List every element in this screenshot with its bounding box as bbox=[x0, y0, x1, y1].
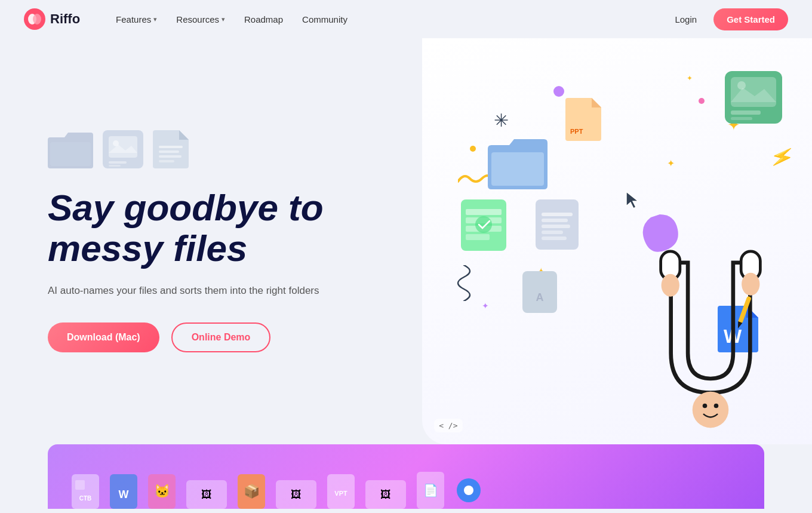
strip-file-4: VPT bbox=[327, 474, 355, 509]
magnet-character-illustration bbox=[633, 217, 788, 432]
navigation: Riffo Features ▾ Resources ▾ Roadmap Com… bbox=[0, 0, 812, 38]
svg-text:🖼: 🖼 bbox=[201, 489, 212, 500]
svg-rect-20 bbox=[731, 117, 752, 120]
acrobat-icon: A bbox=[522, 271, 557, 315]
svg-rect-8 bbox=[109, 165, 121, 167]
strip-box-1: 📦 bbox=[238, 474, 265, 509]
hero-left: Say goodbye to messy files AI auto-names… bbox=[0, 38, 422, 444]
logo-link[interactable]: Riffo bbox=[24, 8, 80, 30]
grey-doc-icon bbox=[536, 199, 579, 252]
nav-roadmap[interactable]: Roadmap bbox=[237, 10, 290, 29]
strip-icons-row: CTB W 🐱 🖼 📦 🖼 bbox=[48, 444, 764, 509]
svg-point-2 bbox=[33, 14, 41, 24]
app-preview-strip: CTB W 🐱 🖼 📦 🖼 bbox=[48, 444, 764, 509]
svg-text:🐱: 🐱 bbox=[154, 483, 171, 499]
svg-rect-45 bbox=[72, 474, 99, 509]
strip-file-5: 📄 bbox=[417, 472, 444, 509]
svg-rect-16 bbox=[731, 77, 776, 107]
nav-right: Login Get Started bbox=[668, 8, 788, 30]
svg-rect-30 bbox=[542, 225, 570, 228]
sparkle-icon-2: ✦ bbox=[667, 158, 675, 169]
online-demo-button[interactable]: Online Demo bbox=[171, 322, 271, 352]
strip-file-1: CTB bbox=[72, 474, 99, 509]
svg-point-26 bbox=[475, 216, 492, 233]
doc-file-icon bbox=[153, 130, 189, 168]
hero-illustration: ✦ ✦ ✦ ✦ ✦ ✳ ⚡ bbox=[422, 38, 812, 444]
nav-links: Features ▾ Resources ▾ Roadmap Community bbox=[109, 10, 668, 29]
svg-rect-25 bbox=[466, 234, 490, 240]
green-image-icon bbox=[725, 71, 782, 126]
asterisk-icon: ✳ bbox=[494, 110, 509, 131]
svg-text:🖼: 🖼 bbox=[291, 489, 302, 500]
svg-text:📄: 📄 bbox=[423, 483, 438, 497]
svg-text:CTB: CTB bbox=[79, 495, 92, 502]
svg-rect-11 bbox=[159, 155, 182, 158]
svg-point-44 bbox=[714, 404, 719, 408]
svg-text:W: W bbox=[119, 489, 129, 500]
download-mac-button[interactable]: Download (Mac) bbox=[48, 322, 159, 352]
svg-point-39 bbox=[742, 273, 759, 296]
svg-rect-9 bbox=[159, 146, 183, 148]
svg-text:A: A bbox=[536, 291, 544, 303]
image-file-icon bbox=[103, 130, 143, 168]
file-icons-decoration bbox=[48, 130, 386, 168]
svg-text:📦: 📦 bbox=[244, 483, 260, 499]
strip-img-1: 🖼 bbox=[186, 480, 227, 509]
purple-dot-1 bbox=[553, 86, 564, 97]
svg-rect-47 bbox=[75, 480, 85, 490]
hero-subtitle: AI auto-names your files and sorts them … bbox=[48, 283, 386, 299]
strip-chrome-icon bbox=[455, 472, 482, 509]
svg-rect-32 bbox=[542, 236, 567, 240]
svg-rect-3 bbox=[50, 142, 91, 166]
svg-rect-29 bbox=[542, 219, 568, 222]
resources-chevron-icon: ▾ bbox=[222, 16, 225, 23]
svg-point-43 bbox=[703, 404, 708, 408]
scatter-container: ✦ ✦ ✦ ✦ ✦ ✳ ⚡ bbox=[422, 38, 812, 444]
sparkle-icon-5: ✦ bbox=[687, 74, 693, 82]
svg-text:PPT: PPT bbox=[570, 128, 583, 135]
strip-file-2: W bbox=[110, 474, 137, 509]
login-button[interactable]: Login bbox=[668, 10, 704, 29]
logo-text: Riffo bbox=[50, 11, 80, 27]
yellow-dot-1 bbox=[470, 146, 476, 152]
get-started-button[interactable]: Get Started bbox=[713, 8, 788, 30]
folder-icon bbox=[48, 130, 93, 168]
cursor-icon bbox=[625, 191, 642, 212]
svg-text:🖼: 🖼 bbox=[380, 489, 391, 500]
svg-rect-7 bbox=[109, 161, 127, 164]
logo-icon bbox=[24, 8, 45, 30]
svg-rect-10 bbox=[159, 150, 179, 153]
svg-text:VPT: VPT bbox=[334, 490, 347, 497]
nav-resources[interactable]: Resources ▾ bbox=[169, 10, 232, 29]
svg-point-65 bbox=[464, 486, 473, 495]
code-snippet-icon: < /> bbox=[434, 419, 462, 432]
nav-community[interactable]: Community bbox=[295, 10, 355, 29]
svg-marker-41 bbox=[736, 321, 742, 329]
hero-section: Say goodbye to messy files AI auto-names… bbox=[0, 38, 812, 444]
features-chevron-icon: ▾ bbox=[153, 16, 157, 23]
svg-rect-31 bbox=[542, 231, 563, 234]
strip-file-3: 🐱 bbox=[148, 474, 176, 509]
svg-rect-28 bbox=[542, 213, 573, 216]
lightning-icon: ⚡ bbox=[768, 143, 796, 171]
pink-dot-1 bbox=[699, 98, 705, 104]
svg-rect-22 bbox=[466, 209, 502, 215]
svg-rect-19 bbox=[731, 110, 761, 115]
svg-rect-12 bbox=[159, 160, 174, 162]
ppt-file-icon: PPT bbox=[565, 98, 601, 143]
hero-title: Say goodbye to messy files bbox=[48, 188, 386, 269]
strip-img-2: 🖼 bbox=[276, 480, 316, 509]
squiggle-decoration bbox=[446, 265, 476, 301]
svg-point-42 bbox=[693, 392, 729, 428]
svg-point-38 bbox=[662, 274, 679, 297]
sparkle-icon-3: ✦ bbox=[482, 301, 489, 311]
svg-point-18 bbox=[737, 81, 746, 90]
hero-actions: Download (Mac) Online Demo bbox=[48, 322, 386, 352]
hero-right: ✦ ✦ ✦ ✦ ✦ ✳ ⚡ bbox=[422, 38, 812, 444]
blue-folder-icon bbox=[488, 137, 548, 192]
svg-rect-14 bbox=[491, 152, 544, 186]
svg-rect-5 bbox=[109, 136, 137, 158]
nav-features[interactable]: Features ▾ bbox=[109, 10, 164, 29]
spreadsheet-icon bbox=[461, 199, 506, 253]
strip-img-3: 🖼 bbox=[365, 480, 406, 509]
